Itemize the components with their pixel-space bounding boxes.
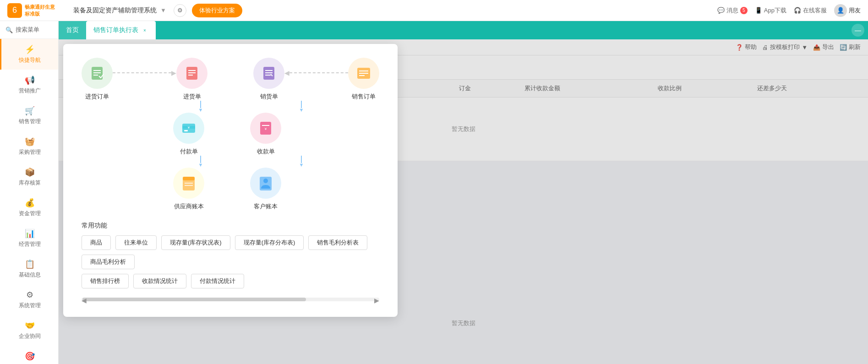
phone-icon: 📱 [755,7,762,14]
tab-home[interactable]: 首页 [59,21,86,39]
sidebar-item-quick-nav[interactable]: ⚡ 快捷导航 [0,39,58,70]
btn-receipt-stats[interactable]: 收款情况统计 [133,274,186,288]
sales-icon: 🛒 [25,106,35,116]
sidebar-item-system[interactable]: ⚙ 系统管理 [0,284,58,315]
common-buttons-row1: 商品 往来单位 现存量(库存状况表) 现存量(库存分布表) 销售毛利分析表 商品… [82,235,379,269]
sidebar-item-label: 经营管理 [19,240,41,248]
sidebar-item-label: 销售管理 [19,118,41,125]
sidebar-item-guide[interactable]: 🎯 新手引导 [0,346,58,364]
payment-label: 付款单 [180,147,198,156]
purchase-bill-circle [176,58,207,89]
marketing-icon: 📢 [25,75,35,85]
customer-account-label: 客户账本 [254,202,278,211]
sales-order-label: 销售订单 [352,92,376,101]
btn-sales-margin[interactable]: 销售毛利分析表 [308,235,367,250]
finance-icon: 💰 [25,198,35,208]
svg-text:¥: ¥ [264,127,267,131]
tab-close-icon[interactable]: × [141,27,148,34]
quick-nav-modal: 进货订单 ▶ [63,44,398,317]
logo-icon: 6 [7,3,22,18]
receipt-label: 收款单 [257,147,275,156]
sidebar-item-marketing[interactable]: 📢 营销推广 [0,70,58,100]
purchase-order-label: 进货订单 [85,92,109,101]
user-name: 用友 [849,6,861,15]
collab-icon: 🤝 [25,321,35,331]
message-icon: 💬 [717,7,725,14]
sidebar-item-basic-info[interactable]: 📋 基础信息 [0,254,58,284]
sidebar-item-label: 库存核算 [19,179,41,187]
btn-product[interactable]: 商品 [82,235,111,250]
trial-button[interactable]: 体验行业方案 [192,4,242,17]
sidebar-item-operations[interactable]: 📊 经营管理 [0,223,58,254]
guide-icon: 🎯 [25,351,35,361]
logo-text: 畅康通好生意 标准版 [25,4,55,17]
dropdown-arrow-icon[interactable]: ▼ [160,7,166,14]
sidebar-search-label: 搜索菜单 [16,26,39,34]
quick-nav-icon: ⚡ [25,44,35,54]
tab-minimize-button[interactable]: — [852,24,864,37]
supplier-account-label: 供应商账本 [174,202,204,211]
common-functions-title: 常用功能 [82,222,379,230]
supplier-account-circle [173,168,204,199]
page-content: ❓ 帮助 🖨 按模板打印 ▼ 📤 导出 🔄 刷新 [59,39,868,364]
common-buttons-row2: 销售排行榜 收款情况统计 付款情况统计 [82,274,379,288]
btn-payment-stats[interactable]: 付款情况统计 [191,274,244,288]
logo-area: 6 畅康通好生意 标准版 [7,3,66,18]
home-tab-label: 首页 [66,26,79,34]
arrow-purchase-order-to-bill: ▶ [113,69,176,89]
sidebar-item-purchase[interactable]: 🧺 采购管理 [0,131,58,162]
btn-product-margin[interactable]: 商品毛利分析 [82,255,135,269]
receipt-col: ¥ 收款单 [250,113,281,156]
message-button[interactable]: 💬 消息 5 [717,6,748,15]
sidebar-item-sales[interactable]: 🛒 销售管理 [0,100,58,131]
sidebar-item-label: 营销推广 [19,87,41,95]
sidebar-item-collab[interactable]: 🤝 企业协同 [0,315,58,346]
user-menu[interactable]: 👤 用友 [834,4,861,17]
app-download-button[interactable]: 📱 App下载 [755,6,786,15]
top-center: 装备及固定资产辅助管理系统 ▼ ⚙ 体验行业方案 [66,4,717,17]
operations-icon: 📊 [25,228,35,239]
message-badge: 5 [740,7,748,14]
tab-bar: 首页 销售订单执行表 × — [59,21,868,39]
sidebar-item-label: 快捷导航 [19,56,41,64]
sidebar-item-inventory[interactable]: 📦 库存核算 [0,162,58,192]
sidebar-item-label: 采购管理 [19,148,41,156]
scroll-right-button[interactable]: ▶ [374,297,379,304]
btn-sales-rank[interactable]: 销售排行榜 [82,274,129,288]
system-title: 装备及固定资产辅助管理系统 [73,6,157,15]
customer-account-col: 客户账本 [250,168,281,211]
sidebar: 🔍 搜索菜单 ⚡ 快捷导航 📢 营销推广 🛒 销售管理 🧺 采购管理 📦 [0,21,59,364]
customer-account-circle [250,168,281,199]
headset-icon: 🎧 [794,7,801,14]
scroll-left-button[interactable]: ◀ [82,297,87,304]
system-icon: ⚙ [26,290,33,300]
top-right: 💬 消息 5 📱 App下载 🎧 在线客服 👤 用友 [717,4,861,17]
sales-bill-label: 销货单 [260,92,278,101]
arrow-sales-order-to-bill: ◀ [284,69,348,89]
sales-bill-col: 销货单 [253,58,284,101]
sidebar-item-label: 系统管理 [19,302,41,310]
sales-order-col: 销售订单 [348,58,379,101]
top-bar: 6 畅康通好生意 标准版 装备及固定资产辅助管理系统 ▼ ⚙ 体验行业方案 💬 … [0,0,868,21]
search-icon: 🔍 [5,27,13,33]
svg-rect-19 [184,130,188,131]
svg-text:¥: ¥ [187,125,190,130]
tab-sales-order[interactable]: 销售订单执行表 × [86,21,156,39]
gear-button[interactable]: ⚙ [174,4,186,17]
inventory-icon: 📦 [25,167,35,177]
receipt-circle: ¥ [250,113,281,144]
basic-info-icon: 📋 [25,259,35,269]
flow-section: 进货订单 ▶ [82,58,379,211]
sales-order-circle [348,58,379,89]
sidebar-search[interactable]: 🔍 搜索菜单 [0,21,58,39]
purchase-bill-col: 进货单 [176,58,207,101]
purchase-bill-label: 进货单 [183,92,201,101]
common-functions-section: 常用功能 商品 往来单位 现存量(库存状况表) 现存量(库存分布表) 销售毛利分… [82,222,379,288]
btn-stock-dist[interactable]: 现存量(库存分布表) [235,235,304,250]
online-service-button[interactable]: 🎧 在线客服 [794,6,827,15]
btn-stock-status[interactable]: 现存量(库存状况表) [161,235,230,250]
btn-partner[interactable]: 往来单位 [115,235,157,250]
sidebar-item-finance[interactable]: 💰 资金管理 [0,192,58,223]
svg-rect-25 [183,177,195,180]
sales-order-tab-label: 销售订单执行表 [93,26,138,34]
